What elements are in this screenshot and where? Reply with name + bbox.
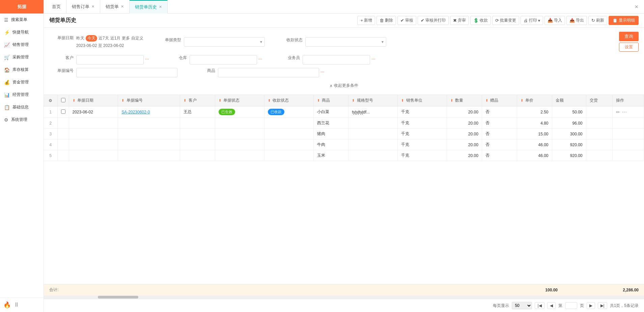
tab-sales-delivery[interactable]: 销货单 ✕ [100,0,130,14]
cell-transaction [586,139,613,150]
footer-label: 合计: [49,287,76,293]
tab-sales-history[interactable]: 销货单历史 ✕ [130,0,168,14]
abandon-button[interactable]: ✖ 弃审 [450,16,469,25]
tab-home[interactable]: 首页 [47,0,66,14]
date-shortcut-custom[interactable]: 自定义 [131,35,143,41]
delete-label: 删除 [385,18,393,23]
display-detail-button[interactable]: 📋 显示明细 [609,16,639,25]
next-page-button[interactable]: ▶ [587,302,595,309]
sidebar-item-system-mgmt[interactable]: ⚙ 系统管理 [0,113,44,126]
tab-sales-delivery-close[interactable]: ✕ [121,4,124,9]
prev-page-button[interactable]: ◀ [547,302,556,309]
refresh-button[interactable]: ↻ 刷新 [588,16,607,25]
filter-docno-input[interactable] [76,68,177,77]
tab-sales-order-close[interactable]: ✕ [91,4,94,9]
sidebar-item-quick-nav[interactable]: ⚡ 快捷导航 [0,26,44,38]
col-doc-no-label: 单据编号 [127,98,143,103]
abandon-label: 弃审 [458,18,466,23]
filter-doctype-label: 单据类型 [157,37,184,43]
import-button[interactable]: 📥 导入 [544,16,565,25]
filter-staff-input[interactable] [303,55,370,64]
col-spec[interactable]: ⬆ 规格型号 [348,95,398,106]
cell-customer: 王总 [180,106,215,118]
more-icon[interactable]: ⋯ [622,109,627,115]
sidebar-item-inventory[interactable]: 🏠 库存核算 [0,63,44,76]
page-size-select[interactable]: 50 100 200 [512,302,532,309]
setup-button[interactable]: 设置 [619,43,639,52]
cell-checkbox [57,106,69,118]
add-label: 新增 [364,18,372,23]
batch-change-button[interactable]: ⟳ 批量变更 [492,16,519,25]
refresh-label: 刷新 [596,18,604,23]
col-customer[interactable]: ⬆ 客户 [180,95,215,106]
horizontal-scrollbar[interactable] [44,295,644,299]
review-button[interactable]: ✔ 审核 [397,16,416,25]
filter-warehouse-input[interactable] [190,55,257,64]
filter-goods-label: 商品 [191,68,218,74]
footer-total-quantity: 100.00 [504,288,571,292]
edit-icon[interactable]: ✏ [616,109,620,115]
date-shortcut-1month[interactable]: 近1月 [110,35,121,41]
tabs-bar: 首页 销售订单 ✕ 销货单 ✕ 销货单历史 ✕ ✕ [44,0,644,14]
filter-action-buttons: 查询 设置 [619,32,639,52]
collect-icon: 💲 [473,18,479,23]
sidebar-pause-icon[interactable]: ⏸ [13,301,20,309]
filter-date-label: 单据日期 [49,35,76,41]
col-quantity[interactable]: ⬆ 数量 [447,95,482,106]
page-number-input[interactable]: 1 [565,302,577,309]
sidebar-item-purchase-mgmt[interactable]: 🛒 采购管理 [0,51,44,63]
row-checkbox[interactable] [61,109,65,114]
col-sales-unit[interactable]: ⬆ 销售单位 [398,95,447,106]
cell-payment-status [264,150,313,161]
first-page-button[interactable]: |◀ [535,302,544,309]
cell-goods: 西兰花 [313,118,348,129]
sidebar-item-basic-info[interactable]: 📋 基础信息 [0,101,44,113]
sidebar-item-operation[interactable]: 📊 经营管理 [0,88,44,101]
doc-no-link[interactable]: SA-20230602-0 [121,110,150,114]
col-doc-date[interactable]: ⬆ 单据日期 [69,95,118,106]
collapse-filter-button[interactable]: ∧ 收起更多条件 [49,81,639,90]
tab-sales-history-close[interactable]: ✕ [159,5,162,9]
export-button[interactable]: 📤 导出 [566,16,587,25]
select-all-checkbox[interactable] [61,98,65,102]
date-shortcut-more[interactable]: 更多 [122,35,130,41]
collect-button[interactable]: 💲 收款 [470,16,491,25]
col-payment-status[interactable]: ⬆ 收款状态 [264,95,313,106]
col-goods[interactable]: ⬆ 商品 [313,95,348,106]
col-doc-no[interactable]: ⬆ 单据编号 [118,95,180,106]
filter-customer-dots[interactable]: ... [145,55,149,60]
print-button[interactable]: 🖨 打印 ▾ [521,16,543,25]
cell-spec [348,118,398,129]
col-doc-status[interactable]: ⬆ 单据状态 [215,95,264,106]
window-close-icon[interactable]: ✕ [635,4,639,9]
col-gift[interactable]: ⬆ 赠品 [482,95,517,106]
filter-goods-dots[interactable]: ... [320,68,325,73]
filter-staff-dots[interactable]: ... [371,55,375,60]
sidebar-item-search-menu[interactable]: ☰ 搜索菜单 [0,14,44,26]
filter-goods-input[interactable] [218,68,319,77]
filter-customer-input[interactable] [76,55,144,64]
add-button[interactable]: + 新增 [357,16,375,25]
filter-payment-select[interactable] [305,37,386,47]
last-page-button[interactable]: ▶| [598,302,607,309]
filter-warehouse-dots[interactable]: ... [258,55,262,60]
tab-home-label: 首页 [52,4,61,10]
cell-checkbox [57,118,69,129]
cell-doc-status [215,129,264,139]
cell-transaction [586,118,613,129]
sidebar-item-finance[interactable]: 💰 资金管理 [0,76,44,88]
delete-button[interactable]: 🗑 删除 [376,16,396,25]
date-shortcut-today[interactable]: 今天 [86,35,97,42]
col-unit-price[interactable]: ⬆ 单价 [517,95,552,106]
col-settings[interactable]: ⚙ [44,95,57,106]
date-shortcut-7days[interactable]: 近7天 [99,35,109,41]
date-shortcut-yesterday[interactable]: 昨天 [76,35,84,41]
sidebar-fire-icon[interactable]: 🔥 [3,301,11,309]
table-row: 2 西兰花 千克 20.00 否 4.80 96.00 [44,118,644,129]
sidebar-item-sales-mgmt[interactable]: 📈 销售管理 [0,38,44,51]
tab-sales-order[interactable]: 销售订单 ✕ [66,0,100,14]
query-button[interactable]: 查询 [619,32,639,41]
filter-doctype-select[interactable] [184,37,265,47]
review-print-button[interactable]: ✔ 审核并打印 [418,16,449,25]
cell-gift: 否 [482,150,517,161]
